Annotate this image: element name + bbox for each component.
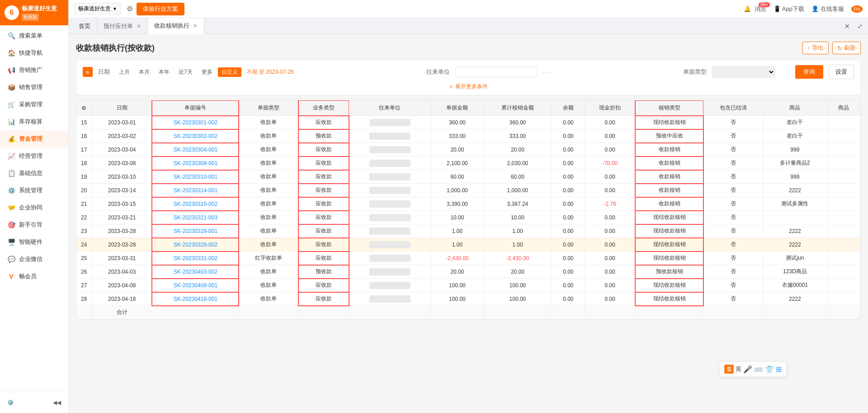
user-avatar[interactable]: Rit bbox=[851, 5, 863, 12]
settings-icon[interactable]: ⚙ bbox=[81, 105, 86, 111]
sidebar-item-label: 搜索菜单 bbox=[19, 32, 42, 40]
filter-receipt-type-select[interactable] bbox=[712, 66, 775, 78]
gear-icon[interactable]: ⚙ bbox=[127, 5, 133, 13]
table-row: 0.00 bbox=[585, 238, 635, 252]
filter-row-main: » 日期 上月 本月 本年 近7天 更多 自定义 不限 至 2023-07-26… bbox=[83, 65, 854, 79]
refresh-btn[interactable]: ↻ 刷新 bbox=[832, 42, 861, 54]
tab-collection-close[interactable]: ✕ bbox=[193, 23, 198, 29]
table-row: 0.00 bbox=[552, 129, 585, 143]
tab-prepay-close[interactable]: ✕ bbox=[137, 23, 141, 29]
table-row bbox=[827, 252, 860, 265]
industry-btn[interactable]: 体验行业方案 bbox=[137, 3, 184, 15]
grid-icon[interactable]: ⊞ bbox=[776, 365, 782, 374]
sidebar-item-operation[interactable]: 📈 经营管理 bbox=[0, 147, 68, 165]
sales-icon: 📦 bbox=[7, 83, 15, 91]
doc-no-cell-link[interactable]: SK-20230304-001 bbox=[174, 147, 217, 153]
filter-expand-btn[interactable]: » bbox=[83, 67, 93, 77]
sidebar-item-wechat[interactable]: 💬 企业微信 bbox=[0, 251, 68, 268]
table-row: 2023-03-04 bbox=[92, 143, 152, 157]
doc-no-cell-link[interactable]: SK-20230328-002 bbox=[174, 242, 217, 248]
sidebar-item-quicknav[interactable]: 🏠 快捷导航 bbox=[0, 44, 68, 62]
sidebar-item-search[interactable]: 🔍 搜索菜单 bbox=[0, 27, 68, 44]
doc-no-cell-link[interactable]: SK-20230321-003 bbox=[174, 214, 217, 221]
sidebar-item-system[interactable]: ⚙️ 系统管理 bbox=[0, 182, 68, 199]
close-all-btn[interactable]: ✕ bbox=[843, 21, 852, 32]
th-amount: 单据金额 bbox=[431, 100, 483, 116]
notification-bell[interactable]: 🔔 99+ 消息 bbox=[744, 5, 766, 13]
tab-home[interactable]: 首页 bbox=[72, 18, 97, 34]
table-row: 2023-03-02 bbox=[92, 129, 152, 143]
sidebar-item-member[interactable]: V 畅会员 bbox=[0, 268, 68, 285]
doc-no-cell-link[interactable]: SK-20230408-001 bbox=[174, 282, 217, 289]
filter-custom-btn[interactable]: 自定义 bbox=[218, 67, 241, 77]
sidebar-item-corp[interactable]: 🤝 企业协同 bbox=[0, 199, 68, 216]
filter-receipt-type-label: 单据类型 bbox=[683, 68, 707, 76]
table-row: 预收款核销 bbox=[635, 265, 703, 279]
keyboard-icon[interactable]: ⌨️ bbox=[754, 365, 763, 374]
table-row: 20.00 bbox=[484, 143, 552, 157]
sidebar-item-marketing[interactable]: 📢 营销推广 bbox=[0, 62, 68, 79]
export-btn[interactable]: ↑ 导出 bbox=[802, 42, 829, 54]
service-icon: 👤 bbox=[811, 5, 819, 12]
doc-no-cell-link[interactable]: SK-20230310-001 bbox=[174, 174, 217, 180]
app-download[interactable]: 📱 App下载 bbox=[774, 5, 804, 13]
table-row: SK-20230418-001 bbox=[152, 292, 239, 306]
filter-btn-thisyear[interactable]: 本年 bbox=[155, 67, 173, 77]
filter-counterpart-input[interactable] bbox=[455, 66, 537, 77]
sidebar-item-purchase[interactable]: 🛒 采购管理 bbox=[0, 96, 68, 113]
sidebar-item-finance[interactable]: 💰 资金管理 bbox=[0, 130, 68, 147]
table-wrapper[interactable]: ⚙ 日期 单据编号 单据类型 业务类型 往来单位 单据金额 累计核销金额 余额 … bbox=[76, 100, 860, 319]
doc-no-cell-link[interactable]: SK-20230302-002 bbox=[174, 133, 217, 139]
mic-icon[interactable]: 🎤 bbox=[743, 365, 752, 374]
doc-no-cell-link[interactable]: SK-20230314-001 bbox=[174, 187, 217, 194]
filter-query-btn[interactable]: 查询 bbox=[795, 65, 823, 79]
main-table: ⚙ 日期 单据编号 单据类型 业务类型 往来单位 单据金额 累计核销金额 余额 … bbox=[76, 100, 860, 319]
doc-no-cell-link[interactable]: SK-20230301-002 bbox=[174, 119, 217, 126]
th-doc-type: 单据类型 bbox=[239, 100, 298, 116]
th-settings[interactable]: ⚙ bbox=[76, 100, 92, 116]
filter-btn-more[interactable]: 更多 bbox=[198, 67, 216, 77]
shirt-icon[interactable]: 👕 bbox=[765, 365, 774, 374]
summary-cell bbox=[585, 306, 635, 319]
tab-prepay[interactable]: 预付应付单 ✕ bbox=[97, 18, 148, 34]
table-row: 0.00 bbox=[585, 211, 635, 224]
company-selector[interactable]: 畅康道好生意 ▼ bbox=[74, 3, 121, 15]
filter-btn-thismonth[interactable]: 本月 bbox=[135, 67, 153, 77]
expand-more-btn[interactable]: ∨ 展开更多条件 bbox=[449, 83, 487, 90]
table-row: 0.00 bbox=[552, 211, 585, 224]
filter-btn-7days[interactable]: 近7天 bbox=[175, 67, 196, 77]
sidebar-item-inventory[interactable]: 📊 库存核算 bbox=[0, 113, 68, 130]
expand-window-btn[interactable]: ⤢ bbox=[855, 21, 864, 32]
table-row: 27 bbox=[76, 279, 92, 292]
company-name: 畅康道好生意 bbox=[78, 5, 111, 13]
table-row: 17 bbox=[76, 143, 92, 157]
table-row: 收款核销 bbox=[635, 197, 703, 211]
main-area: 畅康道好生意 ▼ ⚙ 体验行业方案 🔔 99+ 消息 📱 App下载 👤 在线客… bbox=[69, 0, 868, 413]
online-service[interactable]: 👤 在线客服 bbox=[811, 5, 844, 13]
sidebar-item-hardware[interactable]: 🖥️ 智能硬件 bbox=[0, 233, 68, 251]
doc-no-cell-link[interactable]: SK-20230328-001 bbox=[174, 228, 217, 234]
sidebar-item-sales[interactable]: 📦 销售管理 bbox=[0, 79, 68, 96]
table-row: 应收款 bbox=[298, 238, 349, 252]
table-row: 0.00 bbox=[585, 252, 635, 265]
table-row: 0.00 bbox=[585, 265, 635, 279]
filter-setting-btn[interactable]: 设置 bbox=[829, 65, 854, 79]
sidebar-item-guide[interactable]: 🎯 新手引导 bbox=[0, 216, 68, 233]
sidebar-bottom-settings[interactable]: ⚙️ ◀◀ bbox=[0, 396, 68, 409]
filter-btn-lastmonth[interactable]: 上月 bbox=[115, 67, 133, 77]
table-row: 20.00 bbox=[431, 143, 483, 157]
doc-no-cell-link[interactable]: SK-20230331-002 bbox=[174, 255, 217, 261]
table-row bbox=[827, 157, 860, 170]
table-row: 18 bbox=[76, 157, 92, 170]
doc-no-cell-link[interactable]: SK-20230418-001 bbox=[174, 296, 217, 302]
sidebar-item-label: 新手引导 bbox=[19, 221, 42, 229]
collapse-icon[interactable]: ◀◀ bbox=[53, 399, 61, 406]
sidebar-item-basic[interactable]: 📋 基础信息 bbox=[0, 165, 68, 182]
watermark-overlay: S 英 🎤 ⌨️ 👕 ⊞ bbox=[719, 361, 787, 377]
table-row: 否 bbox=[703, 170, 763, 184]
doc-no-cell-link[interactable]: SK-20230308-001 bbox=[174, 160, 217, 166]
doc-no-cell-link[interactable]: SK-20230315-002 bbox=[174, 201, 217, 207]
doc-no-cell-link[interactable]: SK-20230403-002 bbox=[174, 269, 217, 275]
tabbar-actions: ✕ ⤢ bbox=[843, 21, 864, 32]
tab-collection[interactable]: 收款核销执行 ✕ bbox=[148, 18, 204, 34]
